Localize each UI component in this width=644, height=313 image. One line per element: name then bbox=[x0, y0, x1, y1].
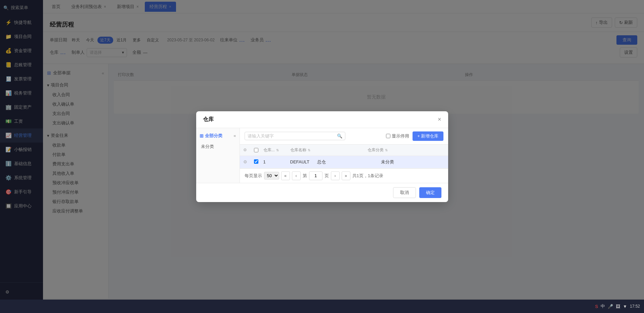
dialog-title: 仓库 bbox=[203, 116, 214, 123]
taskbar-time: 17:52 bbox=[630, 304, 640, 309]
sort-icon-name[interactable]: ⇅ bbox=[308, 148, 310, 152]
all-categories-label[interactable]: 全部分类 bbox=[205, 133, 222, 139]
th-name-label: 仓库名称 bbox=[290, 147, 306, 153]
th-category-label: 仓库分类 bbox=[368, 147, 384, 153]
th-check bbox=[254, 148, 263, 152]
modal-overlay: 仓库 × ⊞ 全部分类 « 未分类 bbox=[0, 0, 644, 313]
dialog-per-page-label: 每页显示 bbox=[245, 173, 262, 179]
taskbar-icon-3: 🖼 bbox=[616, 304, 620, 309]
dialog-left-items: 未分类 bbox=[196, 141, 240, 152]
th-code-label: 仓库... bbox=[263, 147, 275, 153]
gear-icon: ⚙ bbox=[243, 148, 247, 152]
taskbar-icons: S 中 🎤 🖼 ▼ 17:52 bbox=[595, 303, 640, 309]
dialog-page-label: 第 bbox=[303, 173, 307, 179]
add-warehouse-label: + 新增仓库 bbox=[417, 133, 438, 139]
dialog-table-header: ⚙ 仓库... ⇅ 仓库名称 ⇅ bbox=[240, 145, 448, 156]
dialog-toolbar: 🔍 显示停用 + 新增仓库 bbox=[240, 128, 448, 145]
row-gear-1[interactable]: ⚙ bbox=[243, 159, 254, 164]
row-name-1: 总仓 bbox=[317, 159, 381, 165]
dialog-prev-btn[interactable]: ‹ bbox=[292, 171, 301, 180]
search-icon: 🔍 bbox=[337, 133, 342, 139]
dialog-toolbar-right: 显示停用 + 新增仓库 bbox=[386, 131, 443, 141]
warehouse-dialog: 仓库 × ⊞ 全部分类 « 未分类 bbox=[196, 111, 448, 202]
dialog-body: ⊞ 全部分类 « 未分类 🔍 bbox=[196, 128, 448, 183]
dialog-first-btn[interactable]: « bbox=[281, 171, 290, 180]
row-check-1[interactable] bbox=[254, 159, 263, 165]
dialog-page-input[interactable] bbox=[309, 171, 323, 180]
dialog-page-suffix: 页 bbox=[325, 173, 329, 179]
taskbar-icon-2: 🎤 bbox=[608, 304, 613, 309]
row-category-1: 未分类 bbox=[381, 159, 445, 165]
th-gear: ⚙ bbox=[243, 148, 254, 152]
th-name: 仓库名称 ⇅ bbox=[290, 147, 368, 153]
dialog-next-btn[interactable]: › bbox=[331, 171, 340, 180]
dialog-table-rows: ⚙ 1 DEFAULT 总仓 未分类 bbox=[240, 156, 448, 168]
taskbar-icon-1: 中 bbox=[601, 303, 605, 309]
add-warehouse-button[interactable]: + 新增仓库 bbox=[413, 131, 443, 141]
dialog-right-panel: 🔍 显示停用 + 新增仓库 bbox=[240, 128, 448, 183]
show-disabled-label: 显示停用 bbox=[392, 133, 409, 139]
dialog-confirm-area: 取消 确定 bbox=[196, 183, 448, 202]
dialog-close-btn[interactable]: × bbox=[438, 116, 441, 122]
taskbar-icon-4: ▼ bbox=[623, 304, 627, 309]
dialog-left-panel: ⊞ 全部分类 « 未分类 bbox=[196, 128, 240, 183]
select-all-checkbox[interactable] bbox=[254, 148, 258, 152]
dialog-table: ⚙ 仓库... ⇅ 仓库名称 ⇅ bbox=[240, 145, 448, 168]
dialog-per-page-select[interactable]: 50 bbox=[264, 172, 279, 180]
search-input[interactable] bbox=[248, 133, 335, 139]
dialog-last-btn[interactable]: » bbox=[342, 171, 350, 180]
th-category: 仓库分类 ⇅ bbox=[368, 147, 445, 153]
sort-icon-category[interactable]: ⇅ bbox=[385, 148, 388, 152]
left-panel-icon: ⊞ bbox=[200, 133, 204, 139]
taskbar: S 中 🎤 🖼 ▼ 17:52 bbox=[0, 300, 644, 313]
confirm-button[interactable]: 确定 bbox=[419, 187, 441, 198]
row-id-1: 1 bbox=[263, 159, 290, 164]
row-code-1: DEFAULT bbox=[290, 159, 317, 164]
cancel-button[interactable]: 取消 bbox=[393, 187, 416, 198]
show-disabled-toggle[interactable]: 显示停用 bbox=[386, 133, 409, 139]
dialog-pagination: 每页显示 50 « ‹ 第 页 › » 共1页，1条记录 bbox=[245, 171, 383, 180]
row-gear-icon: ⚙ bbox=[243, 159, 247, 164]
row-checkbox-1[interactable] bbox=[254, 159, 258, 164]
dialog-left-header: ⊞ 全部分类 « bbox=[196, 131, 240, 141]
search-box: 🔍 bbox=[245, 132, 345, 140]
dialog-total-label: 共1页，1条记录 bbox=[352, 173, 383, 179]
taskbar-logo: S bbox=[595, 304, 598, 309]
th-code: 仓库... ⇅ bbox=[263, 147, 290, 153]
dialog-header: 仓库 × bbox=[196, 111, 448, 128]
table-row[interactable]: ⚙ 1 DEFAULT 总仓 未分类 bbox=[240, 156, 448, 168]
sort-icon-code[interactable]: ⇅ bbox=[276, 148, 279, 152]
show-disabled-checkbox[interactable] bbox=[386, 134, 390, 138]
dialog-left-item-未分类[interactable]: 未分类 bbox=[196, 141, 240, 152]
dialog-footer: 每页显示 50 « ‹ 第 页 › » 共1页，1条记录 bbox=[240, 168, 448, 183]
left-collapse-icon[interactable]: « bbox=[233, 133, 236, 138]
